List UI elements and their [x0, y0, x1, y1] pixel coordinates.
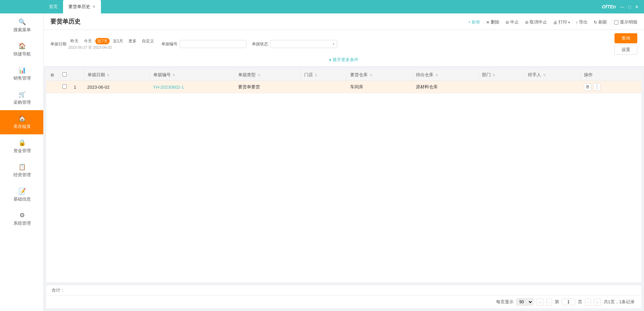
prev-page-btn[interactable]: ‹: [546, 299, 552, 306]
settings-button[interactable]: 设置: [614, 45, 637, 55]
page-unit-label: 页: [578, 299, 582, 305]
sidebar-label-sales: 销售管理: [13, 75, 31, 81]
search-icon: 🔍: [18, 18, 26, 26]
order-type-sort-icon: ⇅: [258, 73, 260, 77]
per-page-select[interactable]: 50 10 20 100: [516, 298, 533, 306]
export-button[interactable]: ↑ 导出: [573, 18, 591, 27]
minimize-btn[interactable]: —: [620, 4, 624, 9]
th-pending-warehouse[interactable]: 待出仓库 ⇅: [413, 69, 478, 81]
sidebar-item-quick-nav[interactable]: 🏠 快捷导航: [0, 38, 43, 62]
store-sort-icon: ⇅: [315, 73, 317, 77]
table-footer: 合计：: [46, 285, 641, 295]
display-detail-toggle[interactable]: 显示明细: [614, 19, 637, 25]
refresh-button[interactable]: ↻ 刷新: [591, 18, 610, 27]
sidebar-label-inventory: 库存核算: [13, 124, 31, 130]
footer-total-label: 合计：: [52, 287, 65, 293]
sidebar-item-purchase[interactable]: 🛒 采购管理: [0, 86, 43, 110]
page-number-input[interactable]: [562, 299, 575, 305]
page-header: 要货单历史 + 新增 ✕ 删除 ⊘ 中止 ⊘ 取消中止: [44, 13, 644, 30]
per-page-label: 每页显示: [496, 299, 514, 305]
shortcut-yesterday[interactable]: 昨天: [68, 38, 80, 44]
query-button[interactable]: 查询: [614, 33, 637, 43]
refresh-icon: ↻: [594, 20, 597, 25]
status-select[interactable]: [270, 40, 337, 48]
shortcut-more[interactable]: 更多: [126, 38, 139, 44]
table-row: 1 2023-06-02 YH-20230602-1 要货单要货 车间库 原材料…: [46, 81, 641, 93]
row-more-btn[interactable]: ⋮: [593, 83, 601, 91]
sidebar-label-operations: 经营管理: [13, 172, 31, 178]
th-order-type[interactable]: 单据类型 ⇅: [235, 69, 301, 81]
close-btn[interactable]: ✕: [635, 4, 639, 9]
maximize-btn[interactable]: □: [628, 4, 631, 9]
shortcut-7days[interactable]: 近7天: [95, 38, 110, 44]
th-handler[interactable]: 经手人 ⇅: [525, 69, 581, 81]
th-num: [70, 69, 84, 81]
sidebar-item-inventory[interactable]: 🏠 库存核算: [0, 110, 43, 134]
select-all-checkbox[interactable]: [62, 72, 67, 77]
system-icon: ⚙: [19, 212, 25, 219]
td-order-no[interactable]: YH-20230602-1: [150, 81, 234, 93]
order-no-link[interactable]: YH-20230602-1: [153, 85, 184, 90]
tab-close-icon[interactable]: ✕: [92, 4, 96, 9]
top-bar: 首页 要货单历史 ✕ OfTEn — □ ✕: [0, 0, 644, 13]
last-page-btn[interactable]: »: [594, 299, 601, 306]
delete-button[interactable]: ✕ 删除: [483, 18, 502, 27]
date-range-display: 2023-05-27 至 2023-06-02: [68, 45, 156, 50]
sidebar-item-operations[interactable]: 📋 经营管理: [0, 159, 43, 183]
th-req-warehouse[interactable]: 要货仓库 ⇅: [347, 69, 413, 81]
sidebar-item-system[interactable]: ⚙ 系统管理: [0, 207, 43, 231]
sidebar: 🔍 搜索菜单 🏠 快捷导航 📊 销售管理 🛒 采购管理 🏠 库存核算 🔒 资金管…: [0, 13, 44, 311]
th-order-no[interactable]: 单据编号 ⇅: [150, 69, 234, 81]
cancel-stop-button[interactable]: ⊘ 取消中止: [522, 18, 550, 27]
sidebar-item-sales[interactable]: 📊 销售管理: [0, 62, 43, 86]
stop-icon: ⊘: [505, 20, 509, 25]
date-shortcuts: 昨天 今天 近7天 近1月 更多 自定义 2023-05-27 至 2023-0…: [68, 38, 156, 50]
pagination: 每页显示 50 10 20 100 « ‹ 第 页 › » 共1页，1条记录: [46, 295, 641, 308]
shortcut-1month[interactable]: 近1月: [111, 38, 125, 44]
stop-button[interactable]: ⊘ 中止: [503, 18, 522, 27]
display-detail-checkbox[interactable]: [614, 20, 619, 25]
filter-row: 单据日期 昨天 今天 近7天 近1月 更多 自定义 2023-05-27 至 2…: [50, 33, 637, 55]
delete-icon: ✕: [486, 20, 490, 25]
table-area: ⚙ 单据日期 ⇅ 单据编号 ⇅: [46, 69, 641, 282]
td-order-type: 要货单要货: [235, 81, 301, 93]
order-no-input[interactable]: [179, 40, 247, 48]
th-department[interactable]: 部门 ⇅: [478, 69, 524, 81]
sidebar-item-finance[interactable]: 🔒 资金管理: [0, 134, 43, 159]
first-page-btn[interactable]: «: [536, 299, 543, 306]
td-date: 2023-06-02: [84, 81, 150, 93]
th-date[interactable]: 单据日期 ⇅: [84, 69, 150, 81]
td-store: [301, 81, 346, 93]
table-body: 1 2023-06-02 YH-20230602-1 要货单要货 车间库 原材料…: [46, 81, 641, 93]
home-icon: 🏠: [18, 42, 26, 50]
expand-more-icon: ▾: [329, 57, 331, 62]
new-button[interactable]: + 新增: [466, 18, 482, 27]
tab-requisition-history[interactable]: 要货单历史 ✕: [63, 0, 101, 13]
sales-icon: 📊: [18, 66, 26, 74]
sidebar-item-basic-info[interactable]: 📝 基础信息: [0, 183, 43, 207]
tab-home[interactable]: 首页: [44, 0, 63, 13]
date-sort-icon: ⇅: [107, 73, 109, 77]
td-req-warehouse: 车间库: [347, 81, 413, 93]
page-label: 第: [555, 299, 559, 305]
shortcut-today[interactable]: 今天: [82, 38, 94, 44]
status-select-wrap: ▾: [270, 40, 337, 48]
inventory-icon: 🏠: [18, 115, 26, 122]
shortcut-custom[interactable]: 自定义: [140, 38, 156, 44]
pending-warehouse-sort-icon: ⇅: [435, 73, 438, 77]
filter-area: 单据日期 昨天 今天 近7天 近1月 更多 自定义 2023-05-27 至 2…: [44, 30, 644, 66]
handler-sort-icon: ⇅: [543, 73, 546, 77]
top-right-controls: OfTEn — □ ✕: [602, 4, 644, 9]
next-page-btn[interactable]: ›: [585, 299, 591, 306]
th-store[interactable]: 门店 ⇅: [301, 69, 346, 81]
row-checkbox[interactable]: [62, 84, 67, 89]
sidebar-label-purchase: 采购管理: [13, 99, 31, 105]
td-pending-warehouse: 原材料仓库: [413, 81, 478, 93]
row-view-btn[interactable]: 🖹: [584, 83, 591, 91]
th-settings[interactable]: ⚙: [46, 69, 58, 81]
sidebar-item-search-menu[interactable]: 🔍 搜索菜单: [0, 13, 43, 38]
date-filter-label: 单据日期: [50, 41, 66, 47]
basic-info-icon: 📝: [18, 187, 26, 195]
print-button[interactable]: 🖨 打印 ▾: [550, 18, 573, 27]
expand-more-btn[interactable]: ▾ 展开更多条件: [50, 57, 637, 63]
